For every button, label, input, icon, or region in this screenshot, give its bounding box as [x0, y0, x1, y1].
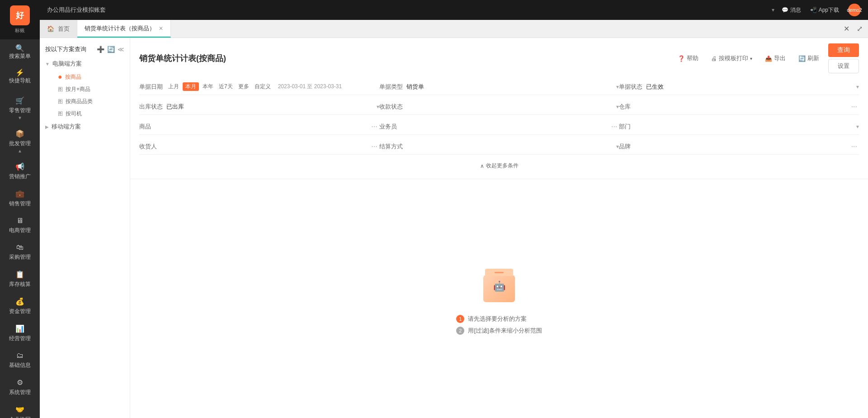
- tree-item-by-month-product[interactable]: 图 按月+商品: [47, 83, 130, 95]
- help-label: 帮助: [687, 54, 698, 62]
- filter-doc-type: 单据类型 销货单 ▾: [379, 79, 619, 95]
- date-tab-7days[interactable]: 近7天: [217, 82, 235, 91]
- page-title: 销货单统计计表(按商品): [139, 53, 226, 64]
- ecom-icon: 🖥: [16, 217, 24, 225]
- tab-sales-stat[interactable]: 销货单统计计表（按商品） ✕: [77, 20, 171, 38]
- out-status-label: 出库状态: [139, 103, 166, 111]
- tree-item-by-category[interactable]: 图 按商品品类: [47, 95, 130, 108]
- sidebar-item-system[interactable]: ⚙ 系统管理: [0, 374, 40, 401]
- page-title-bar: 销货单统计计表(按商品) ❓ 帮助 🖨 按模板打印 ▾ 📤 导出: [130, 38, 868, 73]
- department-arrow[interactable]: ▾: [856, 124, 859, 130]
- filter-department: 部门 ▾: [619, 119, 859, 135]
- date-tab-last-month[interactable]: 上月: [166, 82, 181, 91]
- tree-group-mobile[interactable]: ▶ 移动端方案: [40, 120, 130, 133]
- finance-icon: 💰: [15, 297, 24, 306]
- tabbar-close-btn[interactable]: ✕: [842, 23, 851, 35]
- product-dots[interactable]: ···: [369, 123, 379, 131]
- filter-row-1: 单据日期 上月 本月 本年 近7天 更多 自定义 2023-03-01 至 20…: [139, 79, 859, 95]
- refresh-btn[interactable]: 🔄 刷新: [795, 52, 823, 64]
- sidebar-item-basic[interactable]: 🗂 基础信息: [0, 347, 40, 374]
- warehouse-dots[interactable]: ···: [849, 103, 859, 111]
- print-dropdown-icon[interactable]: ▾: [750, 56, 752, 61]
- tree-group-mobile-label: 移动端方案: [52, 123, 81, 131]
- sidebar-item-enterprise[interactable]: 🤝 企业协同: [0, 401, 40, 418]
- sidebar-item-sales[interactable]: 💼 销售管理: [0, 185, 40, 212]
- tree-sub-pc: ● 按商品 图 按月+商品 图 按商品品类 图 按司机: [40, 71, 130, 120]
- tab-close-btn[interactable]: ✕: [159, 25, 163, 32]
- tree-item-by-product[interactable]: ● 按商品: [47, 71, 130, 83]
- payment-method-label: 结算方式: [379, 142, 406, 151]
- date-tab-custom[interactable]: 自定义: [253, 82, 273, 91]
- tab-home[interactable]: 🏠 首页: [40, 20, 77, 38]
- empty-illustration: 🤖: [476, 262, 522, 308]
- sidebar-logo[interactable]: 好 标账: [0, 0, 40, 39]
- sidebar: 好 标账 🔍 搜索菜单 ⚡ 快捷导航 🛒 零售管理 ▼ 📦 批发管理 ▲ 📢 营…: [0, 0, 40, 418]
- sidebar-item-purchase[interactable]: 🛍 采购管理: [0, 239, 40, 266]
- payment-method-value: ▾: [406, 143, 619, 150]
- purchase-icon: 🛍: [16, 243, 24, 252]
- left-panel-actions: ➕ 🔄 ≪: [97, 46, 124, 53]
- export-btn[interactable]: 📤 导出: [761, 52, 789, 64]
- topbar-message[interactable]: 💬 消息: [782, 6, 801, 14]
- tabbar-maximize-btn[interactable]: ⤢: [855, 23, 864, 35]
- date-label: 单据日期: [139, 83, 166, 91]
- month-product-icon: 图: [58, 86, 63, 93]
- enterprise-icon: 🤝: [15, 405, 24, 414]
- left-panel-header: 按以下方案查询 ➕ 🔄 ≪: [40, 42, 130, 57]
- filter-salesperson: 业务员 ···: [379, 119, 619, 135]
- date-tab-more[interactable]: 更多: [236, 82, 251, 91]
- empty-steps: 1 请先选择要分析的方案 2 用[过滤]条件来缩小分析范围: [456, 315, 542, 335]
- salesperson-dots[interactable]: ···: [609, 123, 619, 131]
- marketing-icon: 📢: [15, 162, 24, 171]
- collapse-panel-btn[interactable]: ≪: [118, 46, 124, 53]
- doc-status-text: 已生效: [646, 83, 664, 91]
- sidebar-item-retail[interactable]: 🛒 零售管理 ▼: [0, 92, 40, 125]
- step-1-text: 请先选择要分析的方案: [468, 315, 527, 323]
- step-2-num: 2: [456, 327, 464, 335]
- salesperson-label: 业务员: [379, 123, 406, 131]
- add-scheme-btn[interactable]: ➕: [97, 46, 104, 53]
- print-btn[interactable]: 🖨 按模板打印 ▾: [708, 52, 756, 64]
- brand-label: 品牌: [619, 142, 646, 151]
- filter-area: 单据日期 上月 本月 本年 近7天 更多 自定义 2023-03-01 至 20…: [130, 73, 868, 179]
- sidebar-quick-nav[interactable]: ⚡ 快捷导航: [0, 65, 40, 88]
- payment-status-value: ▾: [406, 104, 619, 110]
- query-button[interactable]: 查询: [828, 43, 859, 57]
- date-tab-this-month[interactable]: 本月: [183, 82, 199, 91]
- by-driver-label: 按司机: [66, 110, 82, 118]
- collapse-label: 收起更多条件: [486, 162, 519, 170]
- refresh-label: 刷新: [807, 54, 819, 62]
- brand-dots[interactable]: ···: [849, 142, 859, 151]
- sidebar-item-inventory[interactable]: 📋 库存核算: [0, 266, 40, 293]
- by-month-product-label: 按月+商品: [66, 86, 90, 93]
- topbar-dropdown[interactable]: ▾: [772, 7, 774, 13]
- user-avatar[interactable]: demo2: [848, 4, 861, 16]
- date-value: 上月 本月 本年 近7天 更多 自定义 2023-03-01 至 2023-03…: [166, 82, 379, 91]
- sidebar-search[interactable]: 🔍 搜索菜单: [0, 39, 40, 65]
- refresh-scheme-btn[interactable]: 🔄: [107, 46, 115, 53]
- mobile-group-arrow: ▶: [45, 124, 49, 129]
- sidebar-item-wholesale[interactable]: 📦 批发管理 ▲: [0, 125, 40, 158]
- help-btn[interactable]: ❓ 帮助: [674, 52, 702, 64]
- filter-row-2: 出库状态 已出库 ▾ 收款状态 ▾: [139, 99, 859, 115]
- tree-group-pc-label: 电脑端方案: [52, 60, 82, 68]
- collapse-bar[interactable]: ∧ 收起更多条件: [139, 158, 859, 173]
- tabbar: 🏠 首页 销货单统计计表（按商品） ✕ ✕ ⤢: [40, 20, 868, 38]
- date-tab-this-year[interactable]: 本年: [201, 82, 215, 91]
- receiver-dots[interactable]: ···: [369, 142, 379, 151]
- settings-button[interactable]: 设置: [828, 59, 859, 73]
- tree-item-by-driver[interactable]: 图 按司机: [47, 108, 130, 120]
- topbar: 办公用品行业模拟账套 ▾ 💬 消息 📲 App下载 demo2: [40, 0, 868, 20]
- sidebar-item-finance[interactable]: 💰 资金管理: [0, 293, 40, 320]
- export-label: 导出: [774, 54, 786, 62]
- warehouse-label: 仓库: [619, 103, 646, 111]
- pc-group-arrow: ▼: [45, 62, 50, 66]
- tree-group-pc[interactable]: ▼ 电脑端方案: [40, 57, 130, 71]
- filter-row-3: 商品 ··· 业务员 ···: [139, 119, 859, 135]
- sidebar-item-marketing[interactable]: 📢 营销推广: [0, 158, 40, 185]
- sidebar-item-ops[interactable]: 📊 经营管理: [0, 320, 40, 347]
- topbar-app-download[interactable]: 📲 App下载: [810, 6, 839, 14]
- doc-status-arrow[interactable]: ▾: [856, 84, 859, 90]
- filter-receiver: 收货人 ···: [139, 138, 379, 155]
- sidebar-item-ecom[interactable]: 🖥 电商管理: [0, 212, 40, 239]
